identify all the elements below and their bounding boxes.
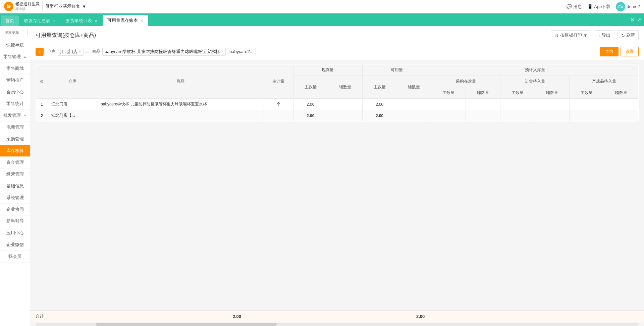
cell-inbound-aux-2 <box>535 110 570 122</box>
cell-product-1: babycare学饮杯 儿童防摔防撞吸管杯重力球吸嘴杯宝宝水杯 <box>97 99 264 110</box>
logo-area: 好 畅捷通好生意 标准版 <box>4 2 40 11</box>
remove-product-tag-0[interactable]: ✕ <box>221 50 223 53</box>
app-download-btn[interactable]: 📱 App下载 <box>587 4 610 10</box>
sidebar-item-retail-mall[interactable]: 零售商城 <box>0 63 30 75</box>
close-all-tabs-icon[interactable]: ✕ <box>630 17 635 23</box>
cell-inbound-main-1 <box>500 99 535 110</box>
sidebar-item-system[interactable]: 系统管理 <box>0 192 30 204</box>
tab-receipts[interactable]: 收发存汇总表 ✕ <box>19 15 60 26</box>
refresh-btn[interactable]: ↻ 刷新 <box>618 30 639 40</box>
close-orders-tab[interactable]: ✕ <box>95 19 97 23</box>
totals-label: 合计 <box>36 314 52 319</box>
warehouse-filter-group: 仓库 江北门店 ✕ ... <box>48 48 88 56</box>
top-bar-right: 💬 消息 📱 App下载 Ea demo2 <box>567 2 640 11</box>
export-btn[interactable]: ↑ 导出 <box>595 30 614 40</box>
sidebar-item-members[interactable]: 会员中心 <box>0 86 30 98</box>
product-tag-0[interactable]: babycare学饮杯 儿童防摔防撞吸管杯重力球吸嘴杯宝宝水杯 ✕ <box>102 48 226 56</box>
th-production-pending: 产成品待入量 <box>570 76 639 87</box>
tab-inventory[interactable]: 可用量库存账本 ✕ <box>103 15 148 26</box>
remove-warehouse-tag[interactable]: ✕ <box>78 50 81 53</box>
app-icon: 📱 <box>587 4 593 9</box>
message-icon: 💬 <box>567 4 572 9</box>
print-icon: 🖨 <box>554 33 559 38</box>
inventory-table: ⚙ 仓库 商品 主计量 现存量 可用量 预计入库量 主数量 辅数量 主数量 辅数… <box>36 64 639 122</box>
th-inbound-aux: 辅数量 <box>535 87 570 99</box>
warehouse-tags: 江北门店 ✕ ... <box>58 48 88 56</box>
sidebar-item-finance[interactable]: 资金管理 <box>0 157 30 169</box>
totals-row: 2.00 2.00 <box>52 314 639 319</box>
scroll-bar-thumb[interactable] <box>96 323 277 326</box>
main-layout: 快捷导航 零售管理 ▲ 零售商城 营销推广 会员中心 零售统计 批发管理 ▼ 电… <box>0 26 644 326</box>
th-current-aux: 辅数量 <box>328 76 362 99</box>
orders-tab-label: 要货单统计表 <box>66 18 92 24</box>
dropdown-icon: ▼ <box>583 33 588 38</box>
th-planned-inbound: 预计入库量 <box>431 64 639 76</box>
user-menu[interactable]: Ea demo2 <box>616 2 640 11</box>
th-avail-aux: 辅数量 <box>397 76 431 99</box>
page-header: 可用量查询(按仓库+商品) 🖨 按模板打印 ▼ ↑ 导出 ↻ 刷新 <box>30 26 644 43</box>
chevron-icon: ▲ <box>23 55 26 58</box>
th-purchase-aux: 辅数量 <box>466 87 500 99</box>
inventory-tab-label: 可用量库存账本 <box>107 17 138 24</box>
th-inbound-pending: 进货待入量 <box>500 76 570 87</box>
nav-tabs: 首页 收发存汇总表 ✕ 要货单统计表 ✕ 可用量库存账本 ✕ ✕ ⤢ <box>0 13 644 26</box>
product-tags: babycare学饮杯 儿童防摔防撞吸管杯重力球吸嘴杯宝宝水杯 ✕ babyca… <box>102 48 256 56</box>
cell-rownum-1: 1 <box>36 99 48 110</box>
sidebar-item-inventory-mgmt[interactable]: 库存核算 <box>0 145 30 157</box>
table-container: ⚙ 仓库 商品 主计量 现存量 可用量 预计入库量 主数量 辅数量 主数量 辅数… <box>30 60 644 310</box>
export-icon: ↑ <box>598 33 601 38</box>
settings-button[interactable]: 设置 <box>621 47 639 56</box>
sidebar-item-purchase[interactable]: 采购管理 <box>0 133 30 145</box>
sidebar-item-wechat[interactable]: 企业微信 <box>0 239 30 251</box>
receipts-tab-label: 收发存汇总表 <box>24 18 50 24</box>
logo-text-area: 畅捷通好生意 标准版 <box>15 2 40 11</box>
sidebar-item-quick-nav[interactable]: 快捷导航 <box>0 39 30 51</box>
top-bar: 好 畅捷通好生意 标准版 母婴行业演示账套 ▼ 💬 消息 📱 App下载 Ea … <box>0 0 644 13</box>
sidebar-item-ecommerce[interactable]: 电商管理 <box>0 122 30 133</box>
sidebar-item-retail[interactable]: 零售管理 ▲ <box>0 51 30 63</box>
th-current-main: 主数量 <box>293 76 328 99</box>
cell-current-main-2: 2.00 <box>293 110 328 122</box>
page-title: 可用量查询(按仓库+商品) <box>36 32 96 39</box>
scroll-bar-container <box>30 322 644 326</box>
cell-current-main-1: 2.00 <box>293 99 328 110</box>
cell-current-aux-1 <box>328 99 362 110</box>
total-current-main: 2.00 <box>227 314 247 319</box>
tab-orders[interactable]: 要货单统计表 ✕ <box>61 15 102 26</box>
filter-toggle-btn[interactable]: » <box>36 48 44 56</box>
th-purchase-transit: 采购在途量 <box>431 76 500 87</box>
cell-unit-1: 个 <box>264 99 293 110</box>
sidebar-item-wholesale[interactable]: 批发管理 ▼ <box>0 110 30 122</box>
tab-home[interactable]: 首页 <box>1 15 19 26</box>
th-avail-main: 主数量 <box>362 76 397 99</box>
message-btn[interactable]: 💬 消息 <box>567 4 582 10</box>
sidebar-item-operations[interactable]: 经营管理 <box>0 169 30 180</box>
sidebar-item-marketing[interactable]: 营销推广 <box>0 75 30 86</box>
sidebar-item-basic-info[interactable]: 基础信息 <box>0 180 30 192</box>
cell-production-main-1 <box>570 99 604 110</box>
scroll-bar-track <box>36 323 639 326</box>
close-inventory-tab[interactable]: ✕ <box>141 19 143 22</box>
sidebar-search-input[interactable] <box>2 29 28 36</box>
warehouse-tag-0[interactable]: 江北门店 ✕ <box>58 48 84 56</box>
maximize-icon[interactable]: ⤢ <box>637 17 641 22</box>
th-production-main: 主数量 <box>570 87 604 99</box>
warehouse-more[interactable]: ... <box>85 49 88 54</box>
product-tag-1[interactable]: babycare?... <box>227 48 256 55</box>
cell-purchase-aux-1 <box>466 99 500 110</box>
column-settings-icon[interactable]: ⚙ <box>40 79 44 84</box>
cell-production-aux-1 <box>604 99 639 110</box>
total-available-main: 2.00 <box>411 314 431 319</box>
sidebar-item-vip[interactable]: 畅会员 <box>0 251 30 263</box>
sidebar-item-app-center[interactable]: 应用中心 <box>0 227 30 239</box>
chevron-down-icon: ▼ <box>82 4 86 9</box>
query-button[interactable]: 查询 <box>600 47 619 56</box>
cell-avail-main-2: 2.00 <box>362 110 397 122</box>
sidebar-item-retail-stats[interactable]: 零售统计 <box>0 98 30 110</box>
industry-select[interactable]: 母婴行业演示账套 ▼ <box>42 2 89 11</box>
print-btn[interactable]: 🖨 按模板打印 ▼ <box>551 30 591 40</box>
close-receipts-tab[interactable]: ✕ <box>53 19 56 23</box>
cell-inbound-main-2 <box>500 110 535 122</box>
sidebar-item-enterprise[interactable]: 企业协同 <box>0 204 30 216</box>
sidebar-item-guide[interactable]: 新手引导 <box>0 216 30 227</box>
